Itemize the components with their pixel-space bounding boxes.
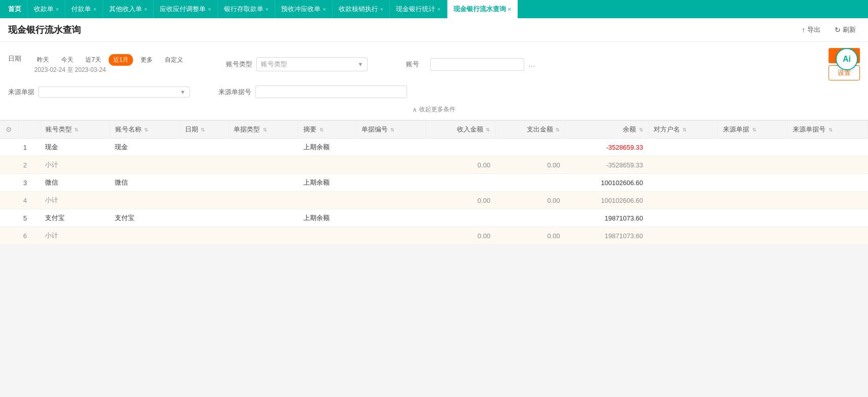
row-expense-1: 0.00 bbox=[495, 156, 565, 174]
nav-item-6[interactable]: 收款核销执行 × bbox=[333, 0, 390, 18]
th-counterparty: 对方户名 ⇅ bbox=[648, 121, 718, 139]
account-type-arrow-icon: ▼ bbox=[357, 61, 363, 67]
th-doc-type: 单据类型 ⇅ bbox=[229, 121, 298, 139]
export-icon: ↑ bbox=[802, 26, 805, 34]
th-expense: 支出金额 ⇅ bbox=[495, 121, 565, 139]
th-account-name: 账号名称 ⇅ bbox=[110, 121, 179, 139]
nav-close-6[interactable]: × bbox=[380, 6, 383, 12]
ai-assistant-button[interactable]: Ai bbox=[836, 48, 858, 70]
sort-doc-type-icon[interactable]: ⇅ bbox=[263, 127, 267, 133]
row-num-2: 3 bbox=[18, 174, 40, 192]
nav-item-3[interactable]: 应收应付调整单 × bbox=[154, 0, 217, 18]
nav-item-0[interactable]: 收款单 × bbox=[28, 0, 65, 18]
row-doc-no-0 bbox=[356, 139, 426, 156]
row-balance-2: 100102606.60 bbox=[565, 174, 648, 192]
table-row[interactable]: 5 支付宝 支付宝 上期余额 19871073.60 bbox=[0, 209, 868, 227]
account-input[interactable] bbox=[430, 58, 524, 71]
row-summary-1 bbox=[298, 156, 356, 174]
table-row[interactable]: 3 微信 微信 上期余额 100102606.60 bbox=[0, 174, 868, 192]
source-doc-arrow-icon: ▼ bbox=[180, 89, 186, 95]
sort-account-name-icon[interactable]: ⇅ bbox=[144, 127, 148, 133]
nav-close-0[interactable]: × bbox=[56, 6, 59, 12]
table-row[interactable]: 2 小计 0.00 0.00 -3528659.33 bbox=[0, 156, 868, 174]
row-num-5: 6 bbox=[18, 227, 40, 245]
row-account-type-5: 小计 bbox=[40, 227, 110, 245]
date-btn-1month[interactable]: 近1月 bbox=[109, 54, 133, 66]
nav-close-4[interactable]: × bbox=[265, 6, 268, 12]
row-source-doc-no-3 bbox=[788, 192, 868, 209]
row-doc-no-5 bbox=[356, 227, 426, 245]
nav-close-8[interactable]: × bbox=[508, 6, 511, 12]
sort-source-doc-no-icon[interactable]: ⇅ bbox=[829, 127, 833, 133]
sort-expense-icon[interactable]: ⇅ bbox=[556, 127, 560, 133]
source-doc-filter: 来源单据 ▼ bbox=[8, 86, 190, 98]
filter-row-2: 来源单据 ▼ 来源单据号 bbox=[8, 85, 860, 98]
date-options-group: 昨天 今天 近7天 近1月 更多 自定义 2023-02-24 至 2023-0… bbox=[32, 54, 188, 74]
row-date-3 bbox=[179, 192, 229, 209]
row-doc-type-1 bbox=[229, 156, 298, 174]
row-source-doc-2 bbox=[718, 174, 788, 192]
row-income-2 bbox=[426, 174, 495, 192]
row-date-2 bbox=[179, 174, 229, 192]
row-gear-5 bbox=[0, 227, 18, 245]
top-nav: 首页 收款单 × 付款单 × 其他收入单 × 应收应付调整单 × 银行存取款单 … bbox=[0, 0, 868, 18]
row-account-type-1: 小计 bbox=[40, 156, 110, 174]
sort-source-doc-icon[interactable]: ⇅ bbox=[752, 127, 756, 133]
table-row[interactable]: 4 小计 0.00 0.00 100102606.60 bbox=[0, 192, 868, 209]
source-doc-num-input[interactable] bbox=[255, 85, 407, 98]
account-type-filter: 账号类型 账号类型 ▼ bbox=[226, 57, 368, 71]
row-doc-type-4 bbox=[229, 209, 298, 227]
nav-close-7[interactable]: × bbox=[437, 6, 440, 12]
nav-close-2[interactable]: × bbox=[144, 6, 147, 12]
th-account-type: 账号类型 ⇅ bbox=[40, 121, 110, 139]
nav-close-5[interactable]: × bbox=[323, 6, 326, 12]
row-doc-no-1 bbox=[356, 156, 426, 174]
date-btn-today[interactable]: 今天 bbox=[57, 54, 78, 66]
row-balance-1: -3528659.33 bbox=[565, 156, 648, 174]
date-btn-7days[interactable]: 近7天 bbox=[81, 54, 106, 66]
row-num-3: 4 bbox=[18, 192, 40, 209]
column-settings-icon[interactable]: ⚙ bbox=[6, 125, 12, 134]
refresh-button[interactable]: ↻ 刷新 bbox=[831, 23, 860, 36]
th-num bbox=[18, 121, 40, 139]
sort-balance-icon[interactable]: ⇅ bbox=[639, 127, 643, 133]
sort-date-icon[interactable]: ⇅ bbox=[201, 127, 205, 133]
nav-item-1[interactable]: 付款单 × bbox=[65, 0, 103, 18]
row-gear-1 bbox=[0, 156, 18, 174]
table-row[interactable]: 1 现金 现金 上期余额 -3528659.33 bbox=[0, 139, 868, 156]
row-expense-2 bbox=[495, 174, 565, 192]
nav-item-4[interactable]: 银行存取款单 × bbox=[218, 0, 275, 18]
sort-summary-icon[interactable]: ⇅ bbox=[319, 127, 324, 133]
refresh-icon: ↻ bbox=[835, 26, 841, 34]
date-btn-custom[interactable]: 自定义 bbox=[160, 54, 188, 66]
account-type-select[interactable]: 账号类型 ▼ bbox=[256, 57, 368, 71]
date-btn-yesterday[interactable]: 昨天 bbox=[32, 54, 54, 66]
nav-close-1[interactable]: × bbox=[93, 6, 96, 12]
row-summary-4: 上期余额 bbox=[298, 209, 356, 227]
sort-doc-no-icon[interactable]: ⇅ bbox=[390, 127, 394, 133]
row-account-name-3 bbox=[110, 192, 179, 209]
row-income-5: 0.00 bbox=[426, 227, 495, 245]
row-date-0 bbox=[179, 139, 229, 156]
account-dots[interactable]: ... bbox=[528, 60, 535, 69]
sort-account-type-icon[interactable]: ⇅ bbox=[74, 127, 78, 133]
table-row[interactable]: 6 小计 0.00 0.00 19871073.60 bbox=[0, 227, 868, 245]
export-button[interactable]: ↑ 导出 bbox=[798, 23, 825, 36]
row-doc-type-2 bbox=[229, 174, 298, 192]
th-source-doc: 来源单据 ⇅ bbox=[718, 121, 788, 139]
row-expense-0 bbox=[495, 139, 565, 156]
nav-close-3[interactable]: × bbox=[208, 6, 211, 12]
nav-item-2[interactable]: 其他收入单 × bbox=[103, 0, 154, 18]
nav-home[interactable]: 首页 bbox=[2, 0, 28, 18]
source-doc-select[interactable]: ▼ bbox=[38, 86, 190, 98]
row-counterparty-5 bbox=[648, 227, 718, 245]
sort-income-icon[interactable]: ⇅ bbox=[486, 127, 490, 133]
date-btn-more[interactable]: 更多 bbox=[136, 54, 157, 66]
nav-item-5[interactable]: 预收冲应收单 × bbox=[275, 0, 332, 18]
sort-counterparty-icon[interactable]: ⇅ bbox=[682, 127, 687, 133]
nav-item-8[interactable]: 现金银行流水查询 × bbox=[447, 0, 518, 18]
collapse-bar[interactable]: ∧ 收起更多条件 bbox=[8, 103, 860, 114]
source-doc-num-label: 来源单据号 bbox=[218, 87, 251, 97]
table-body: 1 现金 现金 上期余额 -3528659.33 2 小计 0.00 0.00 … bbox=[0, 139, 868, 245]
nav-item-7[interactable]: 现金银行统计 × bbox=[390, 0, 447, 18]
